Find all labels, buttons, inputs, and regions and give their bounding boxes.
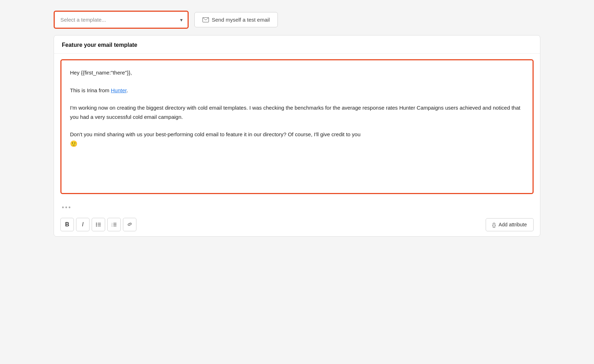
cta-paragraph: Don't you mind sharing with us your best… <box>70 130 524 149</box>
svg-rect-6 <box>98 226 101 226</box>
email-body-editor[interactable]: Hey {{first_name:"there"}}, This is Irin… <box>60 59 534 194</box>
card-header: Feature your email template <box>54 35 540 54</box>
italic-button[interactable]: I <box>76 218 90 231</box>
template-select[interactable]: Select a template... <box>55 12 188 28</box>
formatting-buttons: B I <box>60 218 136 231</box>
svg-point-1 <box>96 222 97 224</box>
bold-button[interactable]: B <box>60 218 74 231</box>
email-icon <box>202 17 209 22</box>
unordered-list-button[interactable] <box>92 218 105 231</box>
intro-line: This is Irina from Hunter. <box>70 86 524 95</box>
svg-rect-12 <box>113 226 117 226</box>
svg-rect-4 <box>98 224 101 225</box>
svg-point-3 <box>96 224 97 225</box>
add-attribute-button[interactable]: {} Add attribute <box>486 218 534 231</box>
editor-toolbar: B I <box>54 214 540 236</box>
dots-row: ••• <box>54 200 540 214</box>
svg-rect-8 <box>113 223 117 224</box>
top-bar: Select a template... ▾ Send myself a tes… <box>54 11 540 29</box>
add-attribute-label: Add attribute <box>499 222 527 227</box>
template-select-wrapper: Select a template... ▾ <box>54 11 189 29</box>
unordered-list-icon <box>96 222 101 228</box>
send-test-email-button[interactable]: Send myself a test email <box>194 12 278 27</box>
card-title: Feature your email template <box>62 42 532 48</box>
curly-braces-icon: {} <box>492 222 496 228</box>
body-paragraph: I'm working now on creating the biggest … <box>70 103 524 121</box>
link-icon <box>127 221 133 228</box>
svg-point-5 <box>96 225 97 226</box>
link-button[interactable] <box>123 218 136 231</box>
page-wrapper: Select a template... ▾ Send myself a tes… <box>54 11 540 237</box>
ordered-list-icon: 1. 2. 3. <box>112 222 117 228</box>
svg-rect-10 <box>113 224 117 225</box>
email-body-text: Hey {{first_name:"there"}}, This is Irin… <box>70 68 524 149</box>
greeting-line: Hey {{first_name:"there"}}, <box>70 68 524 77</box>
hunter-link[interactable]: Hunter <box>111 87 126 93</box>
svg-rect-2 <box>98 223 101 224</box>
send-test-label: Send myself a test email <box>212 17 270 23</box>
ordered-list-button[interactable]: 1. 2. 3. <box>107 218 121 231</box>
emoji: 🙂 <box>70 140 77 147</box>
svg-text:3.: 3. <box>112 225 113 227</box>
main-card: Feature your email template Hey {{first_… <box>54 35 540 237</box>
